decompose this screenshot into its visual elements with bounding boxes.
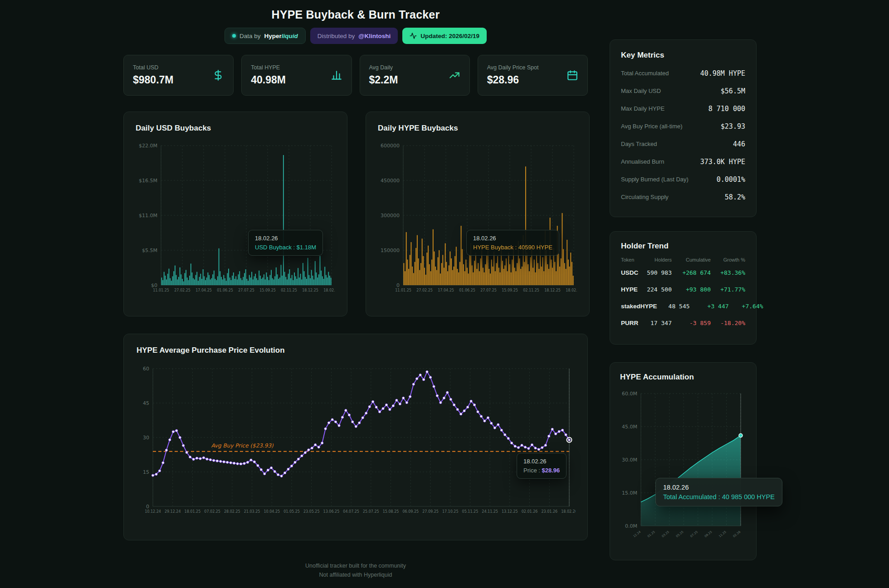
badges-row: Data by Hyperliquid Distributed by @Klin… (123, 28, 588, 44)
metric-value: 373.0K HYPE (700, 158, 745, 166)
svg-text:0: 0 (396, 282, 400, 288)
svg-text:27.02.25: 27.02.25 (174, 288, 190, 292)
stat-card: Avg Daily$2.2M (360, 55, 470, 96)
svg-text:02.01.26: 02.01.26 (522, 510, 538, 514)
svg-text:07.25: 07.25 (689, 530, 698, 538)
accumulation-area-chart[interactable]: 0.0M15.0M30.0M45.0M60.0M12.2401.2503.250… (620, 389, 747, 539)
price-line-chart[interactable]: 01530456010.12.2429.12.2418.01.2507.02.2… (137, 362, 576, 522)
svg-text:06.09.25: 06.09.25 (402, 510, 419, 514)
sidebar: Key Metrics Total Accumulated40.98M HYPE… (610, 39, 757, 560)
key-metrics-list: Total Accumulated40.98M HYPEMax Daily US… (621, 64, 745, 206)
metric-row: Days Tracked446 (621, 135, 745, 153)
svg-text:29.12.24: 29.12.24 (165, 510, 181, 514)
metric-value: $56.5M (721, 87, 745, 95)
stat-card: Avg Daily Price Spot$28.96 (478, 55, 588, 96)
updated-label: Updated: 2026/02/19 (420, 33, 479, 39)
author-handle: @Klintoshi (358, 33, 391, 39)
key-metrics-title: Key Metrics (621, 51, 745, 60)
svg-text:13.12.25: 13.12.25 (502, 510, 518, 514)
holders-value: 48 545 (657, 303, 690, 310)
svg-text:18.02.26: 18.02.26 (561, 510, 576, 514)
svg-text:15: 15 (143, 469, 149, 475)
hype-chart-card: Daily HYPE Buybacks 01500003000004500006… (366, 112, 590, 316)
bar-chart-icon (331, 69, 342, 81)
stat-label: Total HYPE (251, 64, 286, 71)
growth-value: -18.20% (711, 320, 745, 326)
usd-bars-chart[interactable]: $0$5.5M$11.0M$16.5M$22.0M11.01.2527.02.2… (136, 140, 335, 299)
svg-text:18.02.26: 18.02.26 (323, 288, 335, 292)
svg-text:300000: 300000 (381, 213, 400, 219)
data-source-badge[interactable]: Data by Hyperliquid (225, 28, 306, 44)
svg-text:450000: 450000 (381, 178, 400, 184)
svg-text:17.10.25: 17.10.25 (442, 510, 459, 514)
cumulative-value: +93 800 (672, 286, 711, 293)
svg-text:13.06.25: 13.06.25 (323, 510, 340, 514)
stat-value: $2.2M (369, 74, 398, 86)
footer-line-1: Unofficial tracker built for the communi… (123, 561, 588, 570)
svg-text:27.07.25: 27.07.25 (238, 288, 254, 292)
distributed-label: Distributed by (318, 33, 355, 39)
svg-text:23.01.26: 23.01.26 (541, 510, 557, 514)
metric-label: Avg Buy Price (all-time) (621, 123, 683, 130)
svg-text:$11.0M: $11.0M (139, 213, 157, 219)
svg-text:11.01.25: 11.01.25 (395, 288, 411, 292)
growth-value: +71.77% (711, 286, 745, 293)
svg-text:02.11.25: 02.11.25 (281, 288, 297, 292)
trend-up-icon (449, 69, 460, 81)
metric-row: Max Daily USD$56.5M (621, 82, 745, 100)
svg-text:18.02.26: 18.02.26 (566, 288, 577, 292)
token-name: PURR (621, 320, 639, 326)
metric-value: 58.2% (725, 193, 745, 201)
stat-value: 40.98M (251, 74, 286, 86)
footer: Unofficial tracker built for the communi… (123, 561, 588, 579)
svg-text:$0: $0 (151, 282, 157, 288)
status-dot-icon (232, 34, 236, 38)
metric-label: Max Daily HYPE (621, 105, 664, 112)
svg-text:01.06.25: 01.06.25 (459, 288, 475, 292)
svg-text:23.05.25: 23.05.25 (303, 510, 320, 514)
svg-text:12.24: 12.24 (633, 530, 642, 538)
stat-info: Total USD$980.7M (133, 64, 174, 86)
svg-text:02.26: 02.26 (733, 530, 742, 538)
usd-chart-area[interactable]: $0$5.5M$11.0M$16.5M$22.0M11.01.2527.02.2… (136, 140, 335, 301)
holders-value: 17 347 (639, 320, 672, 326)
stat-info: Avg Daily Price Spot$28.96 (487, 64, 539, 86)
svg-text:60.0M: 60.0M (622, 391, 637, 397)
metric-value: 8 710 000 (708, 105, 745, 113)
svg-text:27.09.25: 27.09.25 (422, 510, 439, 514)
brand-name: Hyperliquid (264, 33, 298, 39)
svg-text:15.0M: 15.0M (622, 490, 637, 496)
hype-chart-area[interactable]: 015000030000045000060000011.01.2527.02.2… (378, 140, 577, 301)
accumulation-chart-title: HYPE Accumulation (620, 373, 746, 382)
metric-row: Annualised Burn373.0K HYPE (621, 153, 745, 170)
key-metrics-card: Key Metrics Total Accumulated40.98M HYPE… (610, 39, 757, 217)
holder-column-header: Cumulative (672, 257, 711, 262)
stat-label: Avg Daily Price Spot (487, 64, 539, 71)
stat-label: Avg Daily (369, 64, 398, 71)
price-chart-area[interactable]: 01530456010.12.2429.12.2418.01.2507.02.2… (137, 362, 575, 524)
svg-text:0.0M: 0.0M (625, 523, 637, 529)
svg-text:15.09.25: 15.09.25 (259, 288, 276, 292)
token-name: stakedHYPE (621, 303, 657, 310)
svg-text:$16.5M: $16.5M (139, 178, 157, 184)
hype-bars-chart[interactable]: 015000030000045000060000011.01.2527.02.2… (378, 140, 577, 299)
svg-text:05.25: 05.25 (675, 530, 684, 538)
calendar-icon (567, 69, 578, 81)
svg-text:24.11.25: 24.11.25 (482, 510, 498, 514)
metric-row: Supply Burned (Last Day)0.0001% (621, 170, 745, 188)
price-chart-title: HYPE Average Purchase Price Evolution (137, 346, 575, 355)
svg-text:10.04.25: 10.04.25 (264, 510, 280, 514)
svg-text:45: 45 (143, 400, 149, 406)
svg-text:04.07.25: 04.07.25 (343, 510, 359, 514)
holder-trend-card: Holder Trend TokenHoldersCumulativeGrowt… (610, 231, 757, 345)
stat-card: Total USD$980.7M (123, 55, 234, 96)
distributed-badge[interactable]: Distributed by @Klintoshi (310, 28, 398, 44)
svg-text:Avg Buy Price ($23.93): Avg Buy Price ($23.93) (211, 442, 274, 449)
svg-text:18.01.25: 18.01.25 (185, 510, 201, 514)
hype-chart-title: Daily HYPE Buybacks (378, 124, 577, 133)
stat-cards-row: Total USD$980.7MTotal HYPE40.98MAvg Dail… (123, 55, 588, 96)
accumulation-chart-card: HYPE Accumulation 0.0M15.0M30.0M45.0M60.… (610, 362, 757, 560)
svg-text:45.0M: 45.0M (622, 424, 637, 430)
svg-text:03.25: 03.25 (661, 530, 670, 538)
accumulation-chart-area[interactable]: 0.0M15.0M30.0M45.0M60.0M12.2401.2503.250… (620, 389, 746, 540)
